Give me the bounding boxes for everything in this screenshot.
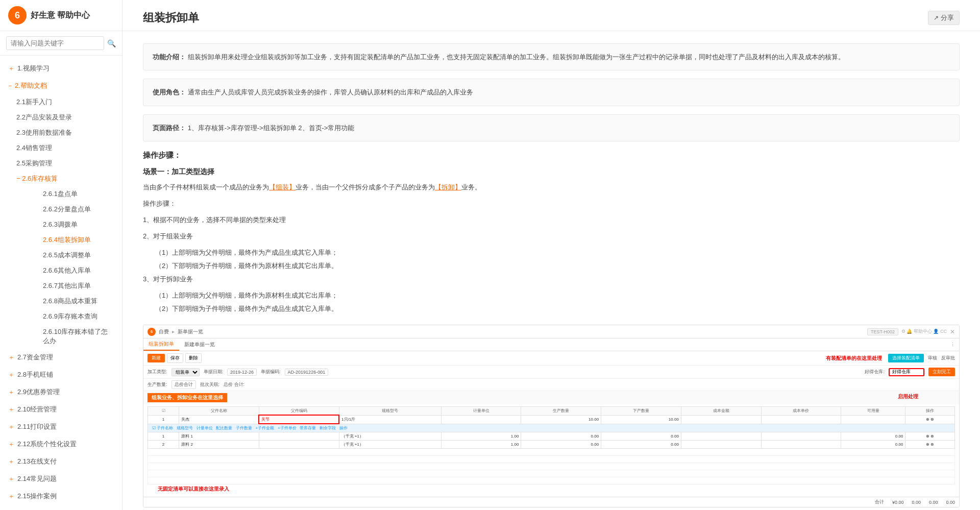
table-row-sub-header: ☑ 子件名称 规格型号 计量单位 配比数量 子件数量 +子件金额 +子件单价 带… — [148, 424, 955, 432]
sidebar-item-stock[interactable]: − 2.6库存核算 — [0, 171, 122, 186]
expand-icon-capital: ＋ — [8, 353, 14, 362]
expand-icon-online: ＋ — [8, 457, 14, 466]
step2-details: （1）上部明细为父件明细，最终作为产成品生成其它入库单； （2）下部明细为子件明… — [143, 246, 960, 273]
main-content-area: 组装拆卸单 ↗ 分享 功能介绍： 组装拆卸单用来处理企业组装或拆卸等加工业务，支… — [122, 0, 980, 510]
sidebar-item-265[interactable]: 2.6.5成本调整单 — [27, 248, 122, 263]
sidebar-item-266[interactable]: 2.6.6其他入库单 — [27, 263, 122, 278]
sidebar-item-capital[interactable]: ＋ 2.7资金管理 — [0, 349, 122, 366]
sidebar-item-263[interactable]: 2.6.3调拨单 — [27, 217, 122, 232]
screen-form-label-date: 单据日期: — [204, 369, 224, 375]
screen-nav-home: 自费 — [159, 328, 169, 335]
screen-footer: 合计 ¥0.00 0.00 0.00 0.00 — [143, 497, 959, 507]
sidebar-item-docs[interactable]: − 2.帮助文档 — [0, 77, 122, 94]
screen-form-label-billno: 单据编码: — [261, 369, 281, 375]
expand-icon-custom: ＋ — [8, 440, 14, 449]
step3-text: 3、对于拆卸业务 — [143, 273, 960, 286]
sidebar-item-ops[interactable]: ＋ 2.10经营管理 — [0, 401, 122, 418]
collapse-icon: − — [8, 82, 12, 89]
role-text: 通常由生产人员或库管人员完成拆装业务的操作，库管人员确认原材料的出库和产成品的入… — [188, 88, 473, 96]
screen-form-batch: 总价 合计: — [224, 381, 244, 388]
func-intro-block: 功能介绍： 组装拆卸单用来处理企业组装或拆卸等加工业务，支持有固定装配清单的产品… — [143, 43, 960, 70]
screen-url-bar: TEST-H002 — [867, 328, 898, 335]
path-label: 页面路径： — [153, 124, 186, 132]
sidebar-item-sales[interactable]: 2.4销售管理 — [0, 140, 122, 156]
steps-title-2: 操作步骤： — [143, 197, 960, 210]
sidebar-item-268[interactable]: 2.6.8商品成本重算 — [27, 294, 122, 309]
step2-text: 2、对于组装业务 — [143, 230, 960, 243]
sidebar-item-online[interactable]: ＋ 2.13在线支付 — [0, 453, 122, 470]
screen-annot-assemble: 组装业务、拆卸业务在这里选择 — [148, 393, 227, 402]
sidebar-item-purchase[interactable]: 2.5采购管理 — [0, 156, 122, 171]
path-text: 1、库存核算->库存管理->组装拆卸单 2、首页->常用功能 — [188, 124, 355, 132]
screen-form-date: 2019-12-26 — [227, 369, 257, 376]
path-block: 页面路径： 1、库存核算->库存管理->组装拆卸单 2、首页->常用功能 — [143, 114, 960, 141]
sidebar-item-faq[interactable]: ＋ 2.14常见问题 — [0, 470, 122, 488]
table-row-7 — [148, 477, 955, 484]
expand-icon-coupon: ＋ — [8, 388, 14, 397]
sidebar-item-custom[interactable]: ＋ 2.12系统个性化设置 — [0, 435, 122, 453]
sidebar-header: 6 好生意 帮助中心 — [0, 0, 122, 31]
role-block: 使用角色： 通常由生产人员或库管人员完成拆装业务的操作，库管人员确认原材料的出库… — [143, 79, 960, 106]
screen-annot-clearance: 有装配清单的在这里处理 — [826, 355, 882, 362]
page-title: 组装拆卸单 — [143, 10, 199, 26]
sidebar-item-data[interactable]: 2.3使用前数据准备 — [0, 125, 122, 140]
screen-select-type[interactable]: 组装单拆卸单 — [172, 368, 200, 376]
screen-btn-delete[interactable]: 删除 — [185, 353, 202, 363]
search-icon[interactable]: 🔍 — [107, 39, 116, 47]
share-button[interactable]: ↗ 分享 — [928, 11, 960, 25]
expand-icon-ops: ＋ — [8, 405, 14, 414]
screen-close-icon[interactable]: ✕ — [950, 328, 955, 335]
logo-icon: 6 — [8, 6, 27, 25]
screen-btn-save[interactable]: 保存 — [167, 353, 183, 363]
screen-form-warehouse[interactable] — [889, 368, 924, 376]
screen-th-avail: 可用量 — [841, 407, 905, 416]
scene1-title: 场景一：加工类型选择 — [143, 167, 960, 177]
screen-th-ops: 操作 — [905, 407, 955, 416]
screen-th-sub-qty: 下产数量 — [601, 407, 681, 416]
screen-btn-select-bom[interactable]: 选择装配清单 — [888, 354, 924, 362]
screen-form-label-qty2: 批次关联: — [200, 381, 220, 388]
share-icon: ↗ — [934, 14, 939, 21]
zuanzhuang-link[interactable]: 【组装】 — [269, 183, 296, 191]
step3-details: （1）上部明细为父件明细，最终作为原材料生成其它出库单； （2）下部明细为子件明… — [143, 289, 960, 315]
func-intro-text: 组装拆卸单用来处理企业组装或拆卸等加工业务，支持有固定装配清单的产品加工业务，也… — [188, 53, 845, 61]
sidebar-item-print[interactable]: ＋ 2.11打印设置 — [0, 418, 122, 435]
screen-sub-header-labels: ☑ 子件名称 规格型号 计量单位 配比数量 子件数量 +子件金额 +子件单价 带… — [152, 426, 348, 430]
chaijian-link[interactable]: 【拆卸】 — [435, 183, 461, 191]
screen-btn-new[interactable]: 新建 — [148, 354, 165, 362]
screen-tab-new[interactable]: 新建单据一览 — [179, 339, 220, 350]
sidebar-item-262[interactable]: 2.6.2分量盘点单 — [27, 202, 122, 217]
sidebar-item-case[interactable]: ＋ 2.15操作案例 — [0, 488, 122, 505]
screenshot-wrap: 6 自费 ▸ 新单据一览 TEST-H002 ⚙ 🔔 帮助中心 👤 CC ✕ 组… — [143, 325, 959, 507]
sidebar-item-2610[interactable]: 2.6.10库存账本错了怎么办 — [27, 324, 122, 349]
screen-form-label-warehouse: 好得仓库: — [865, 369, 885, 375]
screen-th-unit: 计量单位 — [441, 407, 521, 416]
screen-th-cost-price: 成本单价 — [761, 407, 841, 416]
screen-tab-label: 组装拆卸单 — [149, 341, 174, 347]
screen-main-table: ☑ 父件名称 父件编码 规格型号 计量单位 生产数量 下产数量 成本金额 成本单… — [148, 406, 955, 484]
screen-th-spec: 规格型号 — [339, 407, 441, 416]
sidebar-item-269[interactable]: 2.6.9库存账本查询 — [27, 309, 122, 324]
sidebar-item-new[interactable]: 2.1新手入门 — [0, 94, 122, 110]
sidebar-item-install[interactable]: 2.2产品安装及登录 — [0, 110, 122, 125]
screen-btn-confirm[interactable]: 立刻完工 — [928, 368, 955, 376]
screen-footer-total4: 0.00 — [946, 500, 955, 505]
sidebar-item-264[interactable]: 2.6.4组装拆卸单 — [27, 232, 122, 248]
sidebar-item-267[interactable]: 2.6.7其他出库单 — [27, 278, 122, 294]
stock-minus-icon: − — [16, 175, 22, 182]
screen-tab-assembly[interactable]: 组装拆卸单 — [143, 338, 179, 351]
expand-icon-print: ＋ — [8, 423, 14, 431]
sidebar-item-mobile[interactable]: ＋ 2.8手机旺铺 — [0, 366, 122, 383]
sidebar-item-video[interactable]: ＋ 1.视频学习 — [0, 60, 122, 77]
search-input[interactable] — [6, 36, 104, 50]
sidebar-item-261[interactable]: 2.6.1盘点单 — [27, 186, 122, 202]
screen-th-check: ☑ — [148, 407, 179, 416]
expand-icon: ＋ — [8, 64, 14, 73]
screen-top-right: ⋮ — [946, 342, 959, 347]
screenshot-container: 6 自费 ▸ 新单据一览 TEST-H002 ⚙ 🔔 帮助中心 👤 CC ✕ 组… — [143, 325, 960, 507]
sidebar-item-coupon[interactable]: ＋ 2.9优惠券管理 — [0, 383, 122, 401]
table-row-5 — [148, 463, 955, 470]
screen-footer-total1: ¥0.00 — [892, 500, 904, 505]
screen-th-prod-qty: 生产数量 — [521, 407, 601, 416]
logo-text: 好生意 帮助中心 — [31, 10, 90, 21]
